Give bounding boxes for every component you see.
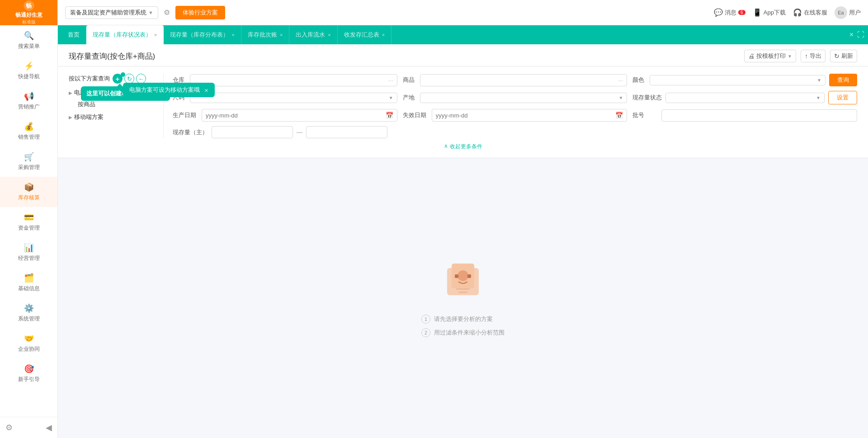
sidebar-item-purchase[interactable]: 🛒 采购管理 xyxy=(0,146,57,177)
tab-close-inventory-dist[interactable]: × xyxy=(231,32,234,38)
filter-panel: 按以下方案查询 + 这里可以创建和修改方案哦 × xyxy=(58,66,868,158)
sidebar-item-guide[interactable]: 🎯 新手引导 xyxy=(0,358,57,389)
sidebar-item-enterprise[interactable]: 🤝 企业协同 xyxy=(0,328,57,358)
tooltip-desktop-close[interactable]: × xyxy=(204,86,208,94)
tab-batch-account[interactable]: 库存批次账 × xyxy=(241,25,289,44)
sidebar-item-basics[interactable]: 🗂️ 基础信息 xyxy=(0,268,57,298)
empty-icon xyxy=(436,259,490,304)
stock-qty-to-value[interactable] xyxy=(310,129,383,136)
collapse-btn[interactable]: ∧ 收起更多条件 xyxy=(69,138,857,151)
sidebar-item-finance[interactable]: 💳 资金管理 xyxy=(0,207,57,237)
size-select[interactable]: ▼ xyxy=(190,93,397,103)
filter-row-4: 现存量（主） — xyxy=(173,126,857,138)
origin-select[interactable]: ▼ xyxy=(420,93,627,103)
warehouse-select[interactable]: ··· xyxy=(190,74,397,86)
tab-inventory-dist[interactable]: 现存量（库存分布表） × xyxy=(164,25,241,44)
industry-btn[interactable]: 体验行业方案 xyxy=(175,6,225,19)
calendar-production-icon[interactable]: 📅 xyxy=(386,112,393,119)
gear-icon[interactable]: ⚙ xyxy=(164,8,170,17)
export-label: 导出 xyxy=(810,52,821,60)
system-title-select[interactable]: 装备及固定资产辅助管理系统 ▼ xyxy=(65,6,158,19)
app-download-label: App下载 xyxy=(764,9,786,17)
tab-bar: 首页 现存量（库存状况表） × 现存量（库存分布表） × 库存批次账 × 出入库… xyxy=(58,25,868,44)
system-title-text: 装备及固定资产辅助管理系统 xyxy=(70,9,146,17)
batch-value[interactable] xyxy=(665,112,853,119)
online-support-btn[interactable]: 🎧 在线客服 xyxy=(793,8,827,17)
refresh-scheme-btn[interactable]: ↻ xyxy=(124,74,134,84)
tab-close-inout-flow[interactable]: × xyxy=(328,32,330,38)
tab-close-batch-account[interactable]: × xyxy=(280,32,283,38)
sidebar-item-label: 销售管理 xyxy=(18,133,40,141)
batch-input[interactable] xyxy=(661,109,857,122)
mobile-scheme-item[interactable]: ▶ 移动端方案 xyxy=(69,112,156,122)
sidebar-item-label: 系统管理 xyxy=(18,315,40,323)
sidebar-item-marketing[interactable]: 📢 营销推广 xyxy=(0,86,57,116)
tab-close-recv-send[interactable]: × xyxy=(382,32,385,38)
app-logo: 畅 畅通好生意 标准版 xyxy=(0,0,57,25)
sidebar-item-operations[interactable]: 📊 经营管理 xyxy=(0,237,57,268)
app-download-btn[interactable]: 📱 App下载 xyxy=(753,8,786,17)
mobile-scheme-label: 移动端方案 xyxy=(74,113,104,121)
filter-row-2: 尺码 ▼ 产地 ▼ xyxy=(173,91,857,104)
main-area: 装备及固定资产辅助管理系统 ▼ ⚙ 体验行业方案 💬 消息 6 📱 App下载 … xyxy=(58,0,868,438)
sidebar-item-search[interactable]: 🔍 搜索菜单 xyxy=(0,25,57,56)
expiry-date-input[interactable]: 📅 xyxy=(432,109,627,122)
app-name: 畅通好生意 xyxy=(15,11,42,19)
tab-inout-flow[interactable]: 出入库流水 × xyxy=(289,25,337,44)
action-btns-right: 查询 xyxy=(829,74,857,86)
sidebar-item-label: 基础信息 xyxy=(18,285,40,292)
sidebar: 畅 畅通好生意 标准版 🔍 搜索菜单 ⚡ 快捷导航 📢 营销推广 💰 销售管理 … xyxy=(0,0,58,438)
sidebar-item-system[interactable]: ⚙️ 系统管理 xyxy=(0,298,57,328)
step-1-num: 1 xyxy=(421,315,430,324)
mobile-scheme-row: ▶ 移动端方案 xyxy=(69,112,156,122)
production-date-input[interactable]: 📅 xyxy=(202,109,397,122)
product-field: 商品 ··· xyxy=(403,74,627,86)
color-select[interactable]: ▼ xyxy=(650,75,826,85)
user-btn[interactable]: Ea 用户 xyxy=(835,6,861,19)
stock-qty-label: 现存量（主） xyxy=(173,128,208,137)
production-date-value[interactable] xyxy=(206,112,384,119)
stock-status-select[interactable]: ▼ xyxy=(665,93,825,103)
origin-label: 产地 xyxy=(403,94,416,102)
settings-icon[interactable]: ⚙ xyxy=(5,423,13,433)
tab-recv-send-label: 收发存汇总表 xyxy=(344,31,379,39)
app-sub: 标准版 xyxy=(22,19,36,25)
product-select[interactable]: ··· xyxy=(420,74,627,86)
empty-step-1: 1 请先选择要分析的方案 xyxy=(421,315,505,324)
set-btn[interactable]: 设置 xyxy=(828,91,857,104)
stock-qty-from[interactable] xyxy=(212,126,293,138)
message-badge: 6 xyxy=(738,10,745,15)
logo-icon: 畅 xyxy=(20,0,38,11)
refresh-btn[interactable]: ↻ 刷新 xyxy=(830,50,857,62)
stock-qty-from-value[interactable] xyxy=(216,129,289,136)
back-scheme-btn[interactable]: ← xyxy=(136,74,146,84)
tab-home[interactable]: 首页 xyxy=(61,25,86,44)
tab-close-all-icon[interactable]: × xyxy=(849,31,854,39)
tab-maximize-icon[interactable]: ⛶ xyxy=(857,31,864,39)
export-btn[interactable]: ↑ 导出 xyxy=(801,50,826,62)
sidebar-item-label: 新手引导 xyxy=(18,376,40,383)
calendar-expiry-icon[interactable]: 📅 xyxy=(615,112,623,119)
sidebar-item-inventory[interactable]: 📦 库存核算 xyxy=(0,177,57,207)
sidebar-item-sales[interactable]: 💰 销售管理 xyxy=(0,116,57,146)
scheme-section: 按以下方案查询 + 这里可以创建和修改方案哦 × xyxy=(69,74,164,138)
tab-close-inventory-status[interactable]: × xyxy=(154,32,157,38)
sidebar-item-quick-nav[interactable]: ⚡ 快捷导航 xyxy=(0,56,57,86)
search-btn[interactable]: 查询 xyxy=(829,74,857,86)
expiry-date-label: 失效日期 xyxy=(403,111,428,119)
step-2-text: 用过滤条件来缩小分析范围 xyxy=(434,329,505,337)
tab-bar-right: × ⛶ xyxy=(849,31,864,39)
print-btn[interactable]: 🖨 按模板打印 ▼ xyxy=(744,50,796,62)
user-avatar: Ea xyxy=(835,6,847,19)
phone-icon: 📱 xyxy=(753,8,762,17)
search-icon: 🔍 xyxy=(24,31,34,41)
messages-btn[interactable]: 💬 消息 6 xyxy=(714,8,745,17)
svg-rect-6 xyxy=(467,274,471,278)
collapse-sidebar-icon[interactable]: ◀ xyxy=(46,423,52,433)
stock-qty-to[interactable] xyxy=(306,126,387,138)
content-header: 现存量查询(按仓库+商品) 🖨 按模板打印 ▼ ↑ 导出 ↻ 刷新 xyxy=(58,44,868,66)
tab-recv-send[interactable]: 收发存汇总表 × xyxy=(338,25,392,44)
tab-inventory-status[interactable]: 现存量（库存状况表） × xyxy=(86,25,164,44)
expiry-date-value[interactable] xyxy=(436,112,614,119)
scheme-header: 按以下方案查询 + 这里可以创建和修改方案哦 × xyxy=(69,74,156,84)
